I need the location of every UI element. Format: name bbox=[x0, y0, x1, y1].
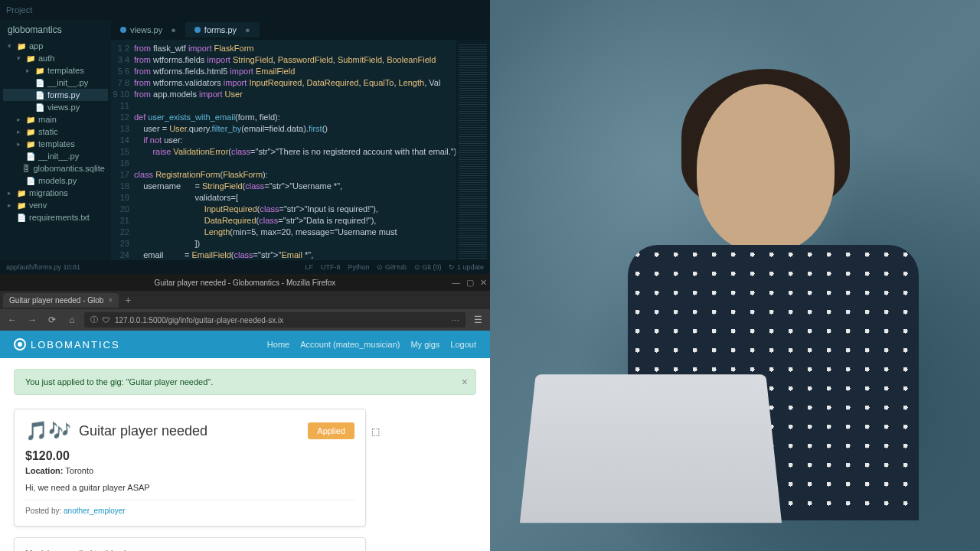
tree-item-views-py[interactable]: 📄views.py bbox=[3, 101, 108, 113]
browser-tab[interactable]: Guitar player needed - Glob × bbox=[3, 293, 119, 308]
ide-window: Project globomantics ▾📁app▾📁auth▸📁templa… bbox=[0, 0, 490, 274]
ide-toolbar: Project bbox=[0, 0, 490, 20]
browser-window: Guitar player needed - Globomantics - Mo… bbox=[0, 274, 490, 551]
ide-statusbar: app/auth/forms.py 10:81 LFUTF-8Python⊙ G… bbox=[0, 260, 490, 274]
minimap[interactable] bbox=[456, 40, 490, 260]
brand-text: LOBOMANTICS bbox=[31, 339, 120, 350]
lock-icon: ⓘ bbox=[90, 315, 98, 325]
applied-badge[interactable]: Applied bbox=[308, 422, 354, 439]
status-item[interactable]: ↻ 1 update bbox=[449, 263, 484, 271]
code-editor: views.py●forms.py● 1 2 3 4 5 6 7 8 9 10 … bbox=[111, 20, 490, 260]
tree-item-venv[interactable]: ▸📁venv bbox=[3, 199, 108, 211]
gig-title: Guitar player needed bbox=[79, 423, 207, 439]
forward-button[interactable]: → bbox=[24, 315, 40, 325]
browser-tabstrip: Guitar player needed - Glob × + bbox=[0, 291, 490, 309]
project-root[interactable]: globomantics bbox=[0, 20, 111, 40]
status-item[interactable]: ⊙ Git (0) bbox=[414, 263, 442, 271]
gig-card: 🎵🎶 Guitar player needed Applied $120.00 … bbox=[14, 409, 366, 527]
promo-photo bbox=[490, 0, 980, 551]
tree-item-models-py[interactable]: 📄models.py bbox=[3, 174, 108, 187]
employer-link[interactable]: another_employer bbox=[64, 507, 126, 515]
code-lines[interactable]: from flask_wtf import FlaskForm from wtf… bbox=[134, 40, 490, 260]
success-alert: You just applied to the gig: "Guitar pla… bbox=[14, 369, 476, 395]
browser-titlebar: Guitar player needed - Globomantics - Mo… bbox=[0, 274, 490, 291]
tree-item-app[interactable]: ▾📁app bbox=[3, 40, 108, 52]
maximize-button[interactable]: ▢ bbox=[466, 278, 474, 288]
project-sidebar: globomantics ▾📁app▾📁auth▸📁templates📄__in… bbox=[0, 20, 111, 260]
tree-item-auth[interactable]: ▾📁auth bbox=[3, 52, 108, 64]
project-label[interactable]: Project bbox=[6, 5, 32, 15]
alert-close-icon[interactable]: × bbox=[462, 376, 468, 388]
brand-icon bbox=[14, 338, 26, 350]
gig-posted-by: Posted by: another_employer bbox=[25, 500, 354, 515]
status-item[interactable]: ⊙ GitHub bbox=[377, 263, 407, 271]
tree-item-templates[interactable]: ▸📁templates bbox=[3, 64, 108, 77]
tree-item-templates[interactable]: ▸📁templates bbox=[3, 138, 108, 150]
browser-navbar: ← → ⟳ ⌂ ⓘ 🛡 127.0.0.1:5000/gig/info/guit… bbox=[0, 309, 490, 331]
gig-description: Hi, we need a guitar player ASAP bbox=[25, 483, 354, 492]
more-icon[interactable]: ⋯ bbox=[452, 316, 459, 324]
alert-text: You just applied to the gig: "Guitar pla… bbox=[25, 377, 213, 386]
close-button[interactable]: ✕ bbox=[480, 278, 487, 288]
status-item[interactable]: UTF-8 bbox=[321, 263, 341, 271]
status-item[interactable]: Python bbox=[348, 263, 369, 271]
url-text: 127.0.0.1:5000/gig/info/guitar-player-ne… bbox=[115, 316, 283, 324]
tree-item-__init__-py[interactable]: 📄__init__.py bbox=[3, 150, 108, 162]
tree-item-globomantics-sqlite[interactable]: 🗄globomantics.sqlite bbox=[3, 162, 108, 174]
tree-item-migrations[interactable]: ▸📁migrations bbox=[3, 187, 108, 199]
back-button[interactable]: ← bbox=[5, 315, 20, 325]
url-bar[interactable]: ⓘ 🛡 127.0.0.1:5000/gig/info/guitar-playe… bbox=[84, 312, 466, 328]
status-path: app/auth/forms.py 10:81 bbox=[6, 263, 80, 271]
window-title: Guitar player needed - Globomantics - Mo… bbox=[155, 279, 336, 287]
gig-price: $120.00 bbox=[25, 449, 354, 463]
minimize-button[interactable]: — bbox=[452, 278, 460, 288]
nav-link-logout[interactable]: Logout bbox=[450, 340, 476, 349]
status-item[interactable]: LF bbox=[305, 263, 313, 271]
nav-link-home[interactable]: Home bbox=[267, 340, 289, 349]
site-navbar: LOBOMANTICS HomeAccount (mateo_musician)… bbox=[0, 331, 490, 358]
home-button[interactable]: ⌂ bbox=[64, 315, 80, 325]
reload-button[interactable]: ⟳ bbox=[44, 315, 60, 325]
editor-tab-forms-py[interactable]: forms.py● bbox=[185, 22, 260, 37]
tree-item-requirements-txt[interactable]: 📄requirements.txt bbox=[3, 211, 108, 223]
tab-close-icon[interactable]: × bbox=[108, 296, 113, 305]
tree-item-__init__-py[interactable]: 📄__init__.py bbox=[3, 77, 108, 89]
nav-link-my-gigs[interactable]: My gigs bbox=[410, 340, 439, 349]
tab-title: Guitar player needed - Glob bbox=[9, 296, 103, 305]
music-icon: 🎵🎶 bbox=[25, 420, 71, 442]
applicants-card: Musicians applied to this gig mateo_musi… bbox=[14, 537, 366, 551]
brand[interactable]: LOBOMANTICS bbox=[14, 338, 120, 350]
menu-button[interactable]: ☰ bbox=[470, 315, 485, 325]
editor-tab-views-py[interactable]: views.py● bbox=[111, 22, 185, 37]
tree-item-static[interactable]: ▸📁static bbox=[3, 126, 108, 138]
nav-link-account-mateo_musician-[interactable]: Account (mateo_musician) bbox=[300, 340, 400, 349]
gig-location: Location: Toronto bbox=[25, 466, 354, 475]
shield-icon: 🛡 bbox=[103, 316, 110, 324]
new-tab-button[interactable]: + bbox=[119, 294, 137, 306]
tree-item-main[interactable]: ▸📁main bbox=[3, 113, 108, 126]
line-gutter: 1 2 3 4 5 6 7 8 9 10 11 12 13 14 15 16 1… bbox=[111, 40, 134, 260]
page-content: LOBOMANTICS HomeAccount (mateo_musician)… bbox=[0, 331, 490, 551]
editor-tabs: views.py●forms.py● bbox=[111, 20, 490, 40]
tree-item-forms-py[interactable]: 📄forms.py bbox=[3, 89, 108, 101]
